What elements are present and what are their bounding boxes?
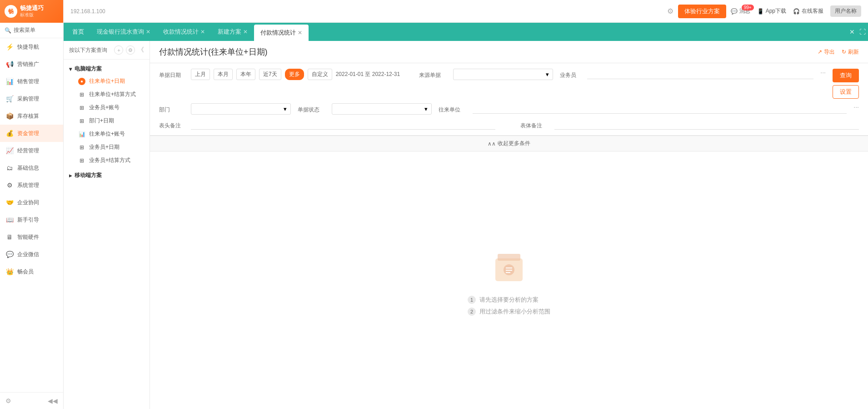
topbar-right: 💬 消息 99+ 📱 App下载 🎧 在线客服 用户名称	[731, 5, 861, 17]
empty-hint-2: 2 用过滤条件来缩小分析范围	[468, 308, 550, 316]
sidebar-item-basics[interactable]: 🗂 基础信息	[0, 159, 63, 177]
empty-hint-block: 1 请先选择要分析的方案 2 用过滤条件来缩小分析范围	[468, 296, 550, 316]
desktop-scheme-group: ▾ 电脑端方案 ● 往来单位+日期 ⊞ 往来单位+结算方式 ⊞ 业务员+账号 ⊞	[64, 60, 150, 169]
collapse-panel-button[interactable]: 《	[138, 46, 144, 54]
sidebar-item-purchase[interactable]: 🛒 采购管理	[0, 90, 63, 107]
voucher-status-select[interactable]: ▾	[332, 103, 432, 115]
sidebar-item-cooperation[interactable]: 🤝 企业协同	[0, 194, 63, 211]
app-download-button[interactable]: 📱 App下载	[757, 7, 786, 15]
date-btn-custom[interactable]: 自定义	[308, 69, 332, 80]
export-button[interactable]: ↗ 导出	[818, 48, 835, 56]
sidebar-item-member[interactable]: 👑 畅会员	[0, 263, 63, 280]
sidebar-item-label: 企业微信	[17, 251, 39, 258]
department-select[interactable]: ▾	[191, 103, 291, 115]
trial-button[interactable]: 体验行业方案	[678, 5, 726, 18]
sidebar-item-system[interactable]: ⚙ 系统管理	[0, 177, 63, 194]
settings-footer-icon[interactable]: ⚙	[5, 397, 11, 404]
tab-close-all-icon[interactable]: ✕	[849, 28, 855, 35]
tab-new-scheme[interactable]: 新建方案 ✕	[211, 23, 254, 41]
message-button[interactable]: 💬 消息 99+	[731, 7, 750, 15]
table-header-note-label: 表头备注	[159, 119, 184, 130]
counterpart-more-icon[interactable]: ···	[853, 103, 859, 111]
tab-expand-icon[interactable]: ⛶	[859, 28, 866, 35]
table-header-note-input[interactable]	[191, 119, 495, 130]
desktop-scheme-group-title[interactable]: ▾ 电脑端方案	[69, 63, 144, 75]
scheme-chart-icon: 📊	[78, 131, 85, 138]
sales-icon: 📊	[5, 77, 14, 86]
department-label: 部门	[159, 103, 184, 114]
svg-rect-1	[498, 254, 520, 261]
collapse-sidebar-icon[interactable]: ◀◀	[48, 397, 58, 404]
scheme-item-dept-date[interactable]: ⊞ 部门+日期	[69, 114, 144, 127]
sidebar-item-finance[interactable]: 💰 资金管理	[0, 125, 63, 142]
tab-payments-close[interactable]: ✕	[298, 30, 302, 36]
sidebar-item-marketing[interactable]: 📢 营销推广	[0, 56, 63, 73]
voucher-status-label: 单据状态	[298, 103, 325, 114]
collapse-filter-bar[interactable]: ∧∧ 收起更多条件	[150, 136, 868, 151]
scheme-item-salesman-date[interactable]: ⊞ 业务员+日期	[69, 141, 144, 154]
system-icon: ⚙	[5, 181, 14, 189]
sidebar-item-wechat[interactable]: 💬 企业微信	[0, 246, 63, 263]
filter-row-2: 部门 ▾ 单据状态 ▾ 往来单位 ···	[159, 103, 859, 115]
tab-payments[interactable]: 付款情况统计 ✕	[254, 25, 309, 41]
source-voucher-select[interactable]: ▾	[453, 69, 553, 80]
tab-payments-label: 付款情况统计	[260, 29, 296, 37]
scheme-item-counterpart-settlement[interactable]: ⊞ 往来单位+结算方式	[69, 88, 144, 101]
sidebar-item-quick-nav[interactable]: ⚡ 快捷导航	[0, 38, 63, 56]
scheme-panel-header: 按以下方案查询 ＋ ⚙ 《	[64, 41, 150, 60]
scheme-item-counterpart-account[interactable]: 📊 往来单位+账号	[69, 127, 144, 141]
logo-text-block: 畅捷通巧 标准版	[20, 5, 44, 18]
date-btn-last-month[interactable]: 上月	[191, 69, 210, 80]
tab-receipts[interactable]: 收款情况统计 ✕	[157, 23, 211, 41]
tab-bar: 首页 现金银行流水查询 ✕ 收款情况统计 ✕ 新建方案 ✕ 付款情况统计 ✕ ✕…	[64, 23, 868, 41]
sidebar-item-sales[interactable]: 📊 销售管理	[0, 73, 63, 90]
online-service-button[interactable]: 🎧 在线客服	[793, 7, 823, 15]
tab-bank-close[interactable]: ✕	[146, 29, 150, 35]
salesman-more-icon[interactable]: ···	[820, 69, 826, 76]
sidebar-item-operations[interactable]: 📈 经营管理	[0, 142, 63, 159]
search-menu[interactable]: 🔍 搜索菜单	[0, 23, 63, 38]
query-button[interactable]: 查询	[833, 69, 859, 82]
add-scheme-button[interactable]: ＋	[114, 45, 123, 55]
scheme-item-counterpart-date[interactable]: ● 往来单位+日期	[69, 75, 144, 88]
chevron-up-icon: ∧∧	[488, 141, 496, 147]
table-body-note-input[interactable]	[554, 119, 859, 130]
salesman-input[interactable]	[587, 69, 814, 79]
date-btn-more[interactable]: 更多	[285, 69, 304, 80]
tab-bank[interactable]: 现金银行流水查询 ✕	[90, 23, 157, 41]
filter-settings-button[interactable]: 设置	[833, 85, 859, 99]
search-label: 搜索菜单	[14, 26, 35, 34]
sidebar-item-label: 销售管理	[17, 78, 39, 86]
sidebar-item-guide[interactable]: 📖 新手引导	[0, 211, 63, 228]
scheme-item-salesman-account[interactable]: ⊞ 业务员+账号	[69, 101, 144, 114]
topbar-settings-icon[interactable]: ⚙	[667, 7, 673, 15]
sidebar-item-inventory[interactable]: 📦 库存核算	[0, 107, 63, 125]
refresh-button[interactable]: ↻ 刷新	[842, 48, 859, 56]
scheme-settings-button[interactable]: ⚙	[126, 45, 135, 55]
user-menu[interactable]: 用户名称	[830, 5, 861, 17]
guide-icon: 📖	[5, 216, 14, 224]
tabs-right-controls: ✕ ⛶	[849, 28, 866, 35]
date-btn-this-year[interactable]: 本年	[236, 69, 255, 80]
mobile-scheme-group-title[interactable]: ▸ 移动端方案	[64, 169, 150, 182]
date-btn-7days[interactable]: 近7天	[259, 69, 281, 80]
sidebar-item-label: 智能硬件	[17, 233, 39, 241]
sidebar-item-hardware[interactable]: 🖥 智能硬件	[0, 228, 63, 246]
tab-receipts-close[interactable]: ✕	[200, 29, 205, 35]
counterpart-input[interactable]	[473, 103, 847, 114]
mobile-scheme-label: 移动端方案	[75, 172, 102, 179]
filter-area: 单据日期 上月 本月 本年 近7天 更多 自定义 2022-01-01 至 20…	[150, 63, 868, 136]
purchase-icon: 🛒	[5, 95, 14, 103]
scheme-item-label: 往来单位+日期	[89, 77, 125, 85]
scheme-panel: 按以下方案查询 ＋ ⚙ 《 ▾ 电脑端方案 ● 往来单位+日期 ⊞	[64, 41, 150, 409]
scheme-item-salesman-settlement[interactable]: ⊞ 业务员+结算方式	[69, 154, 144, 167]
sidebar-item-label: 企业协同	[17, 199, 39, 207]
date-btn-this-month[interactable]: 本月	[214, 69, 233, 80]
tab-home[interactable]: 首页	[66, 23, 90, 41]
logo-text: 畅捷通巧	[20, 5, 44, 12]
hint-num-2: 2	[468, 308, 476, 316]
sidebar-item-label: 畅会员	[17, 268, 34, 276]
cooperation-icon: 🤝	[5, 198, 14, 207]
voucher-status-arrow: ▾	[424, 106, 428, 112]
tab-new-scheme-close[interactable]: ✕	[243, 29, 248, 35]
